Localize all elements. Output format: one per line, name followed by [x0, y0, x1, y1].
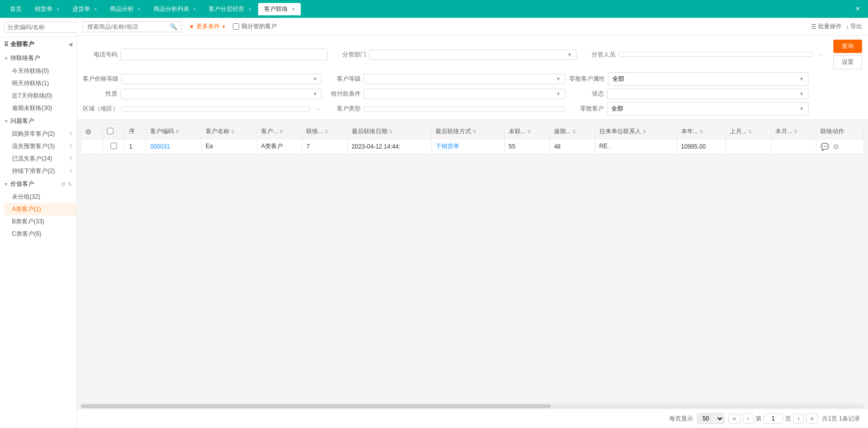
next-page-button[interactable]: › [793, 414, 804, 424]
filter-nature-select[interactable]: ▼ [120, 89, 322, 99]
filter-region-select[interactable] [121, 107, 310, 111]
export-button[interactable]: ↓ 导出 [846, 22, 862, 31]
nav-customer-seg-close[interactable]: × [248, 6, 251, 12]
sidebar: 🔍 ⠿ 全部客户 ◀ ▼ 待联络客户 今天待联络(0) 明天待联络(1) 近7天… [0, 18, 77, 428]
sidebar-search-input[interactable] [4, 22, 85, 33]
filter-retail-customer-select[interactable]: 全部 ▼ [607, 102, 809, 115]
nav-product-list-close[interactable]: × [193, 6, 196, 12]
th-liaison: 联络... ⇅ [302, 124, 347, 139]
filter-price-grade-select[interactable]: ▼ [121, 74, 322, 84]
th-overdue-sort-icon[interactable]: ⇅ [572, 129, 576, 134]
sidebar-pending-contact-header[interactable]: ▼ 待联络客户 [0, 52, 76, 65]
sidebar-item-ungraded[interactable]: 未分组(32) [4, 191, 76, 203]
th-uncontacted-sort-icon[interactable]: ⇅ [527, 129, 531, 134]
th-last-month-sort-icon[interactable]: ⇅ [748, 129, 752, 134]
th-company-contact-sort-icon[interactable]: ⇅ [643, 129, 647, 134]
last-page-button[interactable]: » [806, 414, 818, 424]
filter-payment-select[interactable]: ▼ [364, 89, 565, 99]
filter-retail-attr-select[interactable]: 全部 ▼ [608, 72, 809, 86]
filter-manager-select[interactable] [618, 52, 814, 57]
sidebar-item-overdue-contact[interactable]: 逾期未联络(30) [4, 102, 76, 114]
page-label: 第 [756, 415, 761, 423]
per-page-select[interactable]: 50 100 200 [697, 413, 724, 424]
filter-dept-select[interactable]: ▼ [369, 50, 576, 60]
th-last-contact-date-sort-icon[interactable]: ⇅ [389, 129, 393, 134]
first-page-button[interactable]: « [728, 414, 741, 424]
sidebar-all-customers[interactable]: ⠿ 全部客户 ◀ [0, 37, 76, 52]
batch-op-button[interactable]: ☰ 批量操作 [811, 22, 842, 31]
filter-manager-more[interactable]: ··· [816, 51, 825, 58]
th-code-label: 客户编码 [150, 127, 174, 136]
my-customers-checkbox[interactable] [233, 23, 239, 30]
nav-product-list[interactable]: 商品分析列表 × [148, 3, 202, 15]
sidebar-item-repurchase-abnormal[interactable]: 回购异常客户(2) ? [4, 128, 76, 140]
nav-product-analysis-close[interactable]: × [138, 6, 141, 12]
churned-label: 已流失客户(24) [12, 155, 52, 163]
row-checkbox[interactable] [110, 143, 117, 149]
toolbar-search-icon[interactable]: 🔍 [170, 23, 177, 30]
row-last-contact-date: 2023-04-12 14:44: [352, 143, 400, 150]
value-customers-refresh-icon[interactable]: ↺ [60, 181, 65, 188]
repurchase-question-icon: ? [69, 131, 72, 137]
toolbar-search-box[interactable]: 🔍 [83, 21, 182, 32]
my-customers-checkbox-label[interactable]: 我分管的客户 [233, 22, 277, 31]
sidebar-collapse-icon[interactable]: ◀ [68, 42, 72, 47]
sidebar-item-class-b[interactable]: B类客户(33) [4, 215, 76, 228]
th-customer-class: 客户... ⇅ [257, 124, 302, 139]
nav-product-analysis[interactable]: 商品分析 × [104, 3, 147, 15]
row-code-link[interactable]: 000031 [150, 143, 170, 150]
churn-warning-question-icon: ? [69, 144, 72, 150]
sidebar-item-today-contact[interactable]: 今天待联络(0) [4, 65, 76, 77]
nav-purchase-close[interactable]: × [94, 6, 97, 12]
filter-nature: 性质 ▼ [83, 89, 322, 99]
th-code-sort-icon[interactable]: ⇅ [175, 129, 179, 134]
filter-customer-type-select[interactable] [364, 107, 565, 111]
setting-button[interactable]: 设置 [833, 55, 862, 69]
sidebar-item-class-c[interactable]: C类客户(6) [4, 228, 76, 240]
th-customer-class-sort-icon[interactable]: ⇅ [279, 129, 283, 134]
sidebar-problem-customers-header[interactable]: ▼ 问题客户 [0, 114, 76, 128]
filter-phone-label: 电话号码 [83, 51, 117, 59]
toolbar-search-input[interactable] [87, 23, 168, 30]
sidebar-item-class-a[interactable]: A类客户(1) [4, 203, 76, 215]
th-liaison-sort-icon[interactable]: ⇅ [325, 129, 328, 134]
page-input[interactable] [763, 414, 783, 424]
td-code[interactable]: 000031 [146, 139, 202, 154]
select-all-checkbox[interactable] [107, 128, 113, 134]
filter-retail-customer-arrow: ▼ [799, 106, 804, 111]
close-app-button[interactable]: × [852, 2, 864, 15]
nav-customer-contact[interactable]: 客户联络 × [258, 3, 301, 15]
query-button[interactable]: 查询 [833, 40, 862, 53]
filter-more-btn[interactable]: ▼ 更多条件 ▼ [186, 21, 229, 32]
nav-home[interactable]: 首页 [4, 3, 28, 15]
filter-phone-input[interactable] [120, 49, 327, 60]
filter-region-more[interactable]: ··· [313, 106, 322, 112]
nav-purchase[interactable]: 进货单 × [66, 3, 103, 15]
sidebar-value-customers-header[interactable]: ▼ 价值客户 ↺ ✎ [0, 177, 76, 191]
th-code: 客户编码 ⇅ [146, 124, 202, 139]
nav-customer-contact-close[interactable]: × [292, 6, 295, 12]
nav-sales-close[interactable]: × [56, 6, 59, 12]
horizontal-scrollbar[interactable] [77, 403, 868, 409]
sidebar-item-churn-warning[interactable]: 流失预警客户(3) ? [4, 140, 76, 153]
filter-customer-grade-select[interactable]: ▼ [364, 74, 565, 84]
filter-status-select[interactable]: ▼ [607, 89, 809, 99]
th-name-sort-icon[interactable]: ⇅ [231, 129, 235, 134]
th-this-year-sort-icon[interactable]: ⇅ [700, 129, 704, 134]
prev-page-button[interactable]: ‹ [743, 414, 754, 424]
th-this-month-sort-icon[interactable]: ⇅ [794, 129, 798, 134]
scrollbar-thumb[interactable] [81, 404, 551, 408]
row-comment-icon[interactable]: 💬 [820, 143, 829, 151]
table-settings-gear-icon[interactable]: ⚙ [85, 128, 92, 136]
nav-sales[interactable]: 销货单 × [29, 3, 65, 15]
sidebar-item-tomorrow-contact[interactable]: 明天待联络(1) [4, 77, 76, 90]
filter-price-grade: 客户价格等级 ▼ [83, 74, 322, 84]
sidebar-item-declining[interactable]: 持续下滑客户(2) ? [4, 165, 76, 177]
value-customers-edit-icon[interactable]: ✎ [67, 181, 72, 188]
nav-customer-seg[interactable]: 客户分层经营 × [203, 3, 257, 15]
row-last-contact-method-link[interactable]: 下销货单 [435, 143, 459, 150]
th-last-contact-method-sort-icon[interactable]: ⇅ [473, 129, 477, 134]
row-settings-icon[interactable]: ⚙ [833, 143, 839, 151]
sidebar-item-7day-contact[interactable]: 近7天待联络(0) [4, 90, 76, 102]
sidebar-item-churned[interactable]: 已流失客户(24) ? [4, 153, 76, 165]
